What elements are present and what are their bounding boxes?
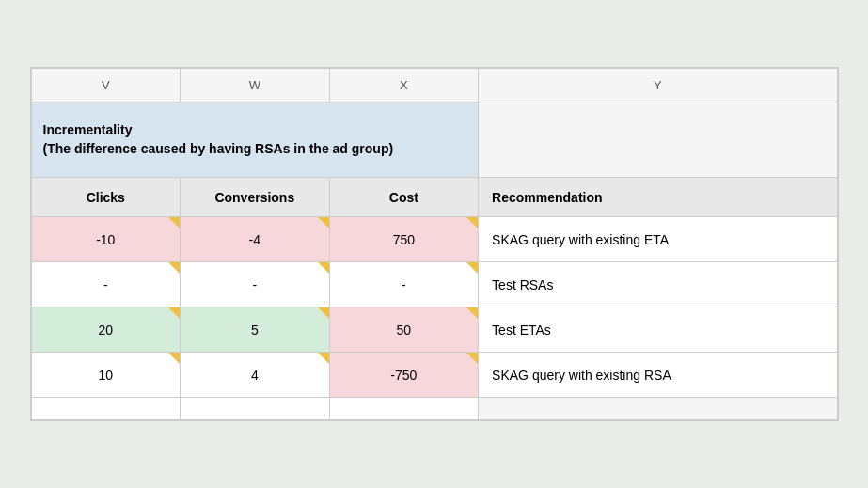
incrementality-title: Incrementality — [43, 122, 133, 137]
clicks-header: Clicks — [31, 178, 181, 217]
row4-recommendation: SKAG query with existing RSA — [479, 353, 837, 398]
col-x-header: X — [329, 69, 479, 102]
table-row: 10 4 -750 SKAG query with existing RSA — [31, 353, 837, 398]
corner-flag — [466, 307, 478, 319]
row3-cost: 50 — [329, 307, 479, 353]
row1-cost: 750 — [329, 217, 479, 262]
row2-clicks: - — [31, 262, 181, 307]
row3-recommendation: Test ETAs — [479, 307, 837, 353]
corner-flag — [168, 217, 180, 228]
empty-y — [479, 398, 837, 420]
col-w-header: W — [181, 69, 330, 102]
row2-recommendation: Test RSAs — [479, 262, 837, 307]
corner-flag — [318, 262, 329, 274]
row1-conversions: -4 — [181, 217, 330, 262]
table-row: - - - Test RSAs — [31, 262, 837, 307]
row4-clicks: 10 — [31, 353, 181, 398]
incrementality-row: Incrementality (The difference caused by… — [31, 102, 837, 178]
cost-header: Cost — [329, 178, 479, 217]
table-row: -10 -4 750 SKAG query with existing ETA — [31, 217, 837, 262]
empty-x — [329, 398, 479, 420]
corner-flag — [466, 353, 478, 364]
incrementality-subtitle: (The difference caused by having RSAs in… — [43, 141, 394, 156]
col-v-header: V — [31, 69, 181, 102]
row4-conversions: 4 — [181, 353, 330, 398]
row3-conversions: 5 — [181, 307, 330, 353]
incrementality-empty — [479, 102, 837, 178]
row1-recommendation: SKAG query with existing ETA — [479, 217, 837, 262]
row1-clicks: -10 — [31, 217, 181, 262]
empty-v — [31, 398, 181, 420]
corner-flag — [168, 307, 180, 319]
corner-flag — [318, 307, 329, 319]
row2-cost: - — [329, 262, 479, 307]
corner-flag — [466, 262, 478, 274]
table-row: 20 5 50 Test ETAs — [31, 307, 837, 353]
recommendation-header: Recommendation — [479, 178, 837, 217]
col-y-header: Y — [479, 69, 837, 102]
incrementality-cell: Incrementality (The difference caused by… — [31, 102, 479, 178]
row2-conversions: - — [181, 262, 330, 307]
row3-clicks: 20 — [31, 307, 181, 353]
corner-flag — [168, 262, 180, 274]
corner-flag — [466, 217, 478, 228]
corner-flag — [318, 217, 329, 228]
corner-flag — [318, 353, 329, 364]
column-header-row: V W X Y — [31, 69, 837, 102]
conversions-header: Conversions — [181, 178, 330, 217]
spreadsheet-table: V W X Y Incrementality (The difference c… — [30, 67, 839, 421]
row4-cost: -750 — [329, 353, 479, 398]
corner-flag — [168, 353, 180, 364]
subheader-row: Clicks Conversions Cost Recommendation — [31, 178, 837, 217]
empty-row — [31, 398, 837, 420]
empty-w — [181, 398, 330, 420]
